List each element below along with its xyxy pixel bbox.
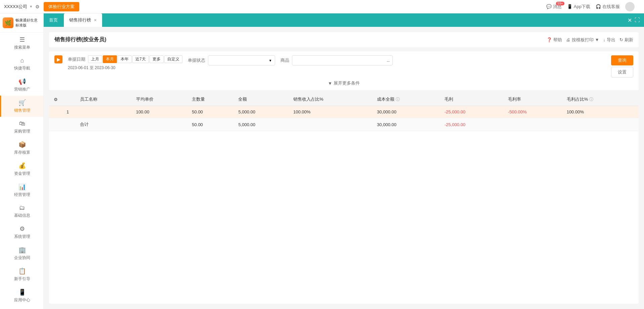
sidebar-item-label: 经营管理 — [14, 192, 30, 198]
online-service-link[interactable]: 🎧 在线客服 — [596, 4, 620, 10]
logo-icon: 🌿 — [3, 17, 13, 28]
status-filter: 单据状态 ▼ — [188, 55, 275, 65]
sidebar-item-base-info[interactable]: 🗂 基础信息 — [0, 201, 43, 222]
help-icon: ❓ — [547, 37, 552, 42]
data-table: ⚙ 员工名称 平均单价 主数量 全额 销售收入占比% 成本全额 ⓘ 毛利 — [49, 93, 639, 131]
table-settings-button[interactable]: 设置 — [611, 67, 633, 78]
sidebar-item-wechat[interactable]: 💬 企业微信 — [0, 306, 43, 309]
sidebar-item-label: 库存核算 — [14, 150, 30, 155]
print-icon: 🖨 — [566, 37, 570, 42]
header-actions: ❓ 帮助 🖨 按模板打印 ▼ ↓ 导出 ↻ 刷新 — [547, 37, 633, 43]
page-content: 销售排行榜(按业务员) ❓ 帮助 🖨 按模板打印 ▼ ↓ 导出 — [44, 27, 644, 309]
tab-home[interactable]: 首页 — [44, 13, 63, 27]
export-icon: ↓ — [603, 37, 606, 42]
window-close-button[interactable]: ✕ — [628, 17, 632, 23]
sidebar-item-marketing[interactable]: 📢 营销推广 — [0, 74, 43, 96]
col-gross-pct: 毛利占比% ⓘ — [563, 93, 639, 106]
date-filter: 单据日期 上月 本月 本年 近7天 更多 自定义 — [68, 55, 182, 63]
goods-filter: 商品 ... — [281, 55, 393, 65]
date-btn-last-7-days[interactable]: 近7天 — [132, 55, 149, 63]
main-container: 🌿 畅康通好生意 标准版 ☰ 搜索菜单 ⌂ 快捷导航 📢 营销推广 🛒 销售管理… — [0, 13, 644, 309]
filter-toggle-button[interactable]: ▶ — [54, 55, 62, 63]
date-btn-this-year[interactable]: 本年 — [118, 55, 132, 63]
settings-icon[interactable]: ⚙ — [35, 4, 40, 9]
sidebar-item-finance[interactable]: 💰 资金管理 — [0, 159, 43, 180]
help-button[interactable]: ❓ 帮助 — [547, 37, 562, 43]
status-select[interactable]: ▼ — [208, 55, 275, 65]
company-selector[interactable]: XXXXX公司 ▼ — [4, 4, 33, 10]
marketing-icon: 📢 — [18, 78, 26, 85]
tab-sales-ranking[interactable]: 销售排行榜 ✕ — [64, 13, 102, 27]
sidebar-item-label: 搜索菜单 — [14, 45, 30, 50]
footer-settings — [49, 118, 62, 131]
date-btn-more[interactable]: 更多 — [149, 55, 164, 63]
fullscreen-button[interactable]: ⛶ — [635, 17, 640, 23]
cell-employee — [76, 106, 132, 118]
date-btn-this-month[interactable]: 本月 — [103, 55, 117, 63]
topbar-right: 💬 消息 99+ 📱 App下载 🎧 在线客服 — [546, 2, 640, 11]
sidebar-item-newbie[interactable]: 📋 新手引导 — [0, 264, 43, 285]
sidebar-item-app-center[interactable]: 📱 应用中心 — [0, 285, 43, 306]
date-range-display: 2023-06-01 至 2023-06-30 — [68, 65, 182, 71]
filter-section: ▶ 单据日期 上月 本月 本年 近7天 更多 自定义 — [49, 51, 639, 90]
cost-info-icon[interactable]: ⓘ — [396, 97, 400, 102]
tab-bar: 首页 销售排行榜 ✕ ✕ ⛶ — [44, 13, 644, 27]
system-icon: ⚙ — [19, 225, 25, 233]
sidebar-item-label: 新手引导 — [14, 276, 30, 282]
message-area[interactable]: 💬 消息 99+ — [546, 4, 562, 10]
message-badge: 99+ — [556, 2, 564, 5]
logo-text: 畅康通好生意 标准版 — [15, 18, 38, 28]
footer-main-qty: 50.00 — [188, 118, 234, 131]
status-chevron-icon: ▼ — [269, 59, 272, 62]
sidebar-item-label: 应用中心 — [14, 297, 30, 303]
tab-actions: ✕ ⛶ — [628, 17, 644, 23]
sidebar-item-inventory[interactable]: 📦 库存核算 — [0, 138, 43, 159]
col-employee: 员工名称 — [76, 93, 132, 106]
sidebar-item-label: 采购管理 — [14, 128, 30, 134]
sidebar-item-enterprise[interactable]: 🏢 企业协同 — [0, 243, 43, 264]
sidebar-item-system[interactable]: ⚙ 系统管理 — [0, 222, 43, 243]
col-main-qty: 主数量 — [188, 93, 234, 106]
col-settings[interactable]: ⚙ — [49, 93, 62, 106]
date-btn-custom[interactable]: 自定义 — [164, 55, 182, 63]
export-button[interactable]: ↓ 导出 — [603, 37, 616, 43]
date-btn-last-month[interactable]: 上月 — [88, 55, 102, 63]
logo-area: 🌿 畅康通好生意 标准版 — [0, 13, 43, 33]
col-gross-rate: 毛利率 — [504, 93, 563, 106]
search-menu-icon: ☰ — [19, 36, 25, 43]
content-area: 首页 销售排行榜 ✕ ✕ ⛶ 销售排行榜(按业务员) ❓ 帮助 — [44, 13, 644, 309]
trial-button[interactable]: 体验行业方案 — [44, 2, 79, 11]
tab-home-label: 首页 — [49, 17, 58, 23]
table-header-row: ⚙ 员工名称 平均单价 主数量 全额 销售收入占比% 成本全额 ⓘ 毛利 — [49, 93, 639, 106]
query-col: 查询 设置 — [611, 55, 633, 78]
sidebar-item-label: 销售管理 — [14, 108, 30, 113]
date-buttons: 上月 本月 本年 近7天 更多 自定义 — [88, 55, 182, 63]
print-button[interactable]: 🖨 按模板打印 ▼ — [566, 37, 599, 43]
goods-chevron-icon: ... — [387, 59, 389, 62]
table-container: ⚙ 员工名称 平均单价 主数量 全额 销售收入占比% 成本全额 ⓘ 毛利 — [49, 93, 639, 304]
sidebar-item-operations[interactable]: 📊 经营管理 — [0, 180, 43, 201]
footer-gross-pct — [563, 118, 639, 131]
sidebar-item-search-orders[interactable]: ☰ 搜索菜单 — [0, 33, 43, 54]
status-label: 单据状态 — [188, 57, 205, 63]
tab-close-icon[interactable]: ✕ — [94, 18, 97, 22]
sidebar-item-label: 企业协同 — [14, 255, 30, 261]
sidebar-item-label: 基础信息 — [14, 213, 30, 218]
app-center-icon: 📱 — [18, 289, 26, 296]
sidebar-item-quick-nav[interactable]: ⌂ 快捷导航 — [0, 54, 43, 74]
operations-icon: 📊 — [18, 183, 26, 191]
avatar[interactable] — [625, 2, 635, 11]
goods-select[interactable]: ... — [292, 55, 393, 65]
filter-inner: ▶ 单据日期 上月 本月 本年 近7天 更多 自定义 — [54, 55, 633, 78]
export-label: 导出 — [607, 37, 615, 43]
refresh-button[interactable]: ↻ 刷新 — [619, 37, 633, 43]
sidebar-item-sales[interactable]: 🛒 销售管理 — [0, 96, 43, 117]
gross-pct-info-icon[interactable]: ⓘ — [589, 97, 593, 102]
cell-gross-pct: 100.00% — [563, 106, 639, 118]
sidebar-item-purchase[interactable]: 🛍 采购管理 — [0, 117, 43, 138]
expand-more-btn[interactable]: ▼ 展开更多条件 — [54, 80, 633, 86]
topbar: XXXXX公司 ▼ ⚙ 体验行业方案 💬 消息 99+ 📱 App下载 🎧 在线… — [0, 0, 644, 13]
app-download-link[interactable]: 📱 App下载 — [567, 4, 590, 10]
sales-icon: 🛒 — [18, 99, 26, 106]
query-button[interactable]: 查询 — [611, 55, 633, 65]
